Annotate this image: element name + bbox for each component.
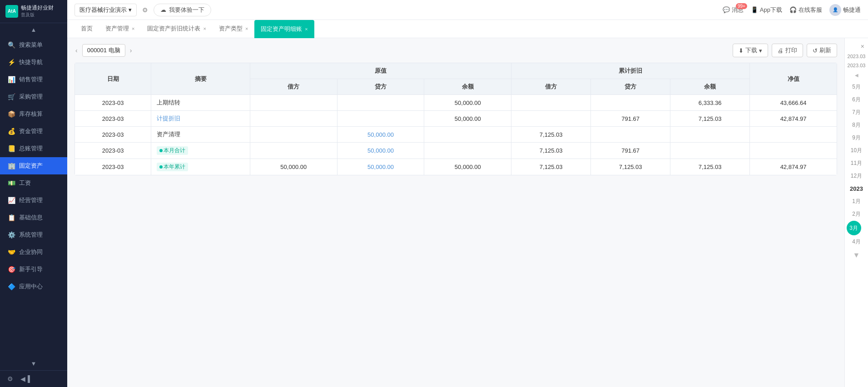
panel-month-3月[interactable]: 3月	[847, 221, 861, 235]
sidebar-bottom: ⚙ ◀▐	[0, 370, 67, 387]
sidebar-item-apps[interactable]: 🔷应用中心	[0, 278, 67, 295]
cell-accum-balance: 7,125.03	[670, 159, 750, 175]
download-btn[interactable]: 📱 App下载	[751, 6, 782, 14]
sidebar-item-basic-info[interactable]: 📋基础信息	[0, 209, 67, 226]
guide-icon: 🎯	[7, 266, 15, 273]
enterprise-icon: 🤝	[7, 248, 15, 256]
sidebar-item-ledger[interactable]: 📒总账管理	[0, 140, 67, 157]
panel-month-10月[interactable]: 10月	[847, 144, 867, 157]
tab-asset-mgmt[interactable]: 资产管理 ×	[99, 20, 141, 38]
cell-date: 2023-03	[75, 143, 151, 159]
cell-accum-credit	[591, 95, 670, 111]
sidebar-item-purchase[interactable]: 🛒采购管理	[0, 88, 67, 105]
service-label: 在线客服	[799, 6, 822, 14]
tab-home[interactable]: 首页	[74, 20, 99, 38]
tab-asset-mgmt-label: 资产管理	[105, 25, 129, 33]
tab-asset-types-close[interactable]: ×	[245, 26, 248, 31]
sidebar-item-operations[interactable]: 📈经营管理	[0, 192, 67, 209]
tab-asset-detail-close[interactable]: ×	[305, 26, 308, 32]
tab-asset-detail-label: 固定资产明细账	[261, 25, 302, 33]
settings-icon[interactable]: ⚙	[7, 375, 13, 382]
cell-net-value	[750, 143, 837, 159]
panel-month-4月[interactable]: 4月	[847, 236, 867, 248]
cell-accum-balance: 6,333.36	[670, 95, 750, 111]
settings-gear-icon[interactable]: ⚙	[142, 6, 148, 14]
sidebar-item-guide[interactable]: 🎯新手引导	[0, 261, 67, 278]
panel-month-11月[interactable]: 11月	[847, 157, 867, 169]
company-selector[interactable]: 医疗器械行业演示 ▾	[74, 4, 137, 16]
service-btn[interactable]: 🎧 在线客服	[789, 6, 822, 14]
cell-orig-credit: 50,000.00	[337, 143, 424, 159]
panel-month-6月[interactable]: 6月	[847, 94, 867, 106]
sidebar-item-label: 销售管理	[19, 75, 43, 84]
cell-summary: 计提折旧	[151, 111, 250, 127]
panel-year-label: 2023	[847, 183, 867, 194]
right-month-panel: × 2023.03 2023.03 ◀ 5月6月7月8月9月10月11月12月 …	[844, 38, 868, 387]
cell-orig-balance	[424, 127, 511, 143]
tab-depreciation-stats-label: 固定资产折旧统计表	[147, 25, 200, 33]
current-asset-label: 000001 电脑	[82, 44, 125, 57]
company-dropdown-icon: ▾	[129, 6, 132, 13]
refresh-btn[interactable]: ↺ 刷新	[807, 44, 837, 57]
sidebar-item-label: 工资	[19, 179, 31, 187]
download-chevron: ▾	[759, 47, 762, 54]
panel-month-5月[interactable]: 5月	[847, 81, 867, 93]
cell-accum-credit: 791.67	[591, 111, 670, 127]
panel-collapse-icon[interactable]: ◀	[852, 70, 861, 80]
sidebar-item-label: 搜索菜单	[19, 41, 43, 49]
experience-btn[interactable]: ☁ 我要体验一下	[154, 4, 211, 16]
cell-orig-debit	[250, 95, 337, 111]
table-row: 2023-03 资产清理 50,000.00 7,125.03	[75, 127, 837, 143]
search-icon: 🔍	[7, 41, 15, 49]
sidebar-item-enterprise[interactable]: 🤝企业协同	[0, 243, 67, 261]
tab-depreciation-stats-close[interactable]: ×	[203, 26, 206, 31]
cell-orig-balance: 50,000.00	[424, 95, 511, 111]
cell-net-value: 43,666.64	[750, 95, 837, 111]
tab-asset-detail[interactable]: 固定资产明细账 ×	[254, 20, 314, 38]
sidebar-item-finance[interactable]: 💰资金管理	[0, 123, 67, 140]
next-asset-btn[interactable]: ›	[129, 46, 133, 55]
panel-month-2月[interactable]: 2月	[847, 208, 867, 220]
sidebar-item-label: 库存核算	[19, 110, 43, 118]
cell-summary: 上期结转	[151, 95, 250, 111]
sidebar-scroll-up[interactable]: ▲	[31, 25, 37, 35]
apps-icon: 🔷	[7, 283, 15, 290]
sidebar-item-quick-nav[interactable]: ⚡快捷导航	[0, 54, 67, 71]
panel-down-arrow[interactable]: ▼	[847, 249, 867, 262]
print-btn[interactable]: 🖨 打印	[772, 44, 803, 57]
sidebar-item-inventory[interactable]: 📦库存核算	[0, 105, 67, 123]
sidebar-nav: 🔍搜索菜单⚡快捷导航📊销售管理🛒采购管理📦库存核算💰资金管理📒总账管理🏢固定资产…	[0, 36, 67, 357]
collapse-sidebar-icon[interactable]: ◀▐	[20, 375, 30, 382]
panel-month-8月[interactable]: 8月	[847, 119, 867, 131]
logo-icon: AtA	[5, 5, 18, 18]
sidebar-item-fixed-assets[interactable]: 🏢固定资产	[0, 157, 67, 174]
sidebar-item-salary[interactable]: 💵工资	[0, 174, 67, 192]
cell-accum-balance: 7,125.03	[670, 111, 750, 127]
messages-btn[interactable]: 💬 消息 99+	[723, 6, 744, 14]
download-btn[interactable]: ⬇ 下载 ▾	[733, 44, 768, 57]
panel-close-btn[interactable]: ×	[859, 41, 866, 52]
cell-orig-credit	[337, 111, 424, 127]
panel-month-9月[interactable]: 9月	[847, 132, 867, 144]
sidebar-item-system[interactable]: ⚙️系统管理	[0, 226, 67, 243]
user-btn[interactable]: 👤 畅捷通	[829, 4, 861, 16]
panel-month-1月[interactable]: 1月	[847, 195, 867, 208]
sidebar-scroll-down[interactable]: ▼	[31, 359, 37, 368]
tab-asset-mgmt-close[interactable]: ×	[132, 26, 134, 31]
experience-icon: ☁	[160, 6, 166, 13]
col-net-value: 净值	[750, 63, 837, 95]
refresh-label: 刷新	[819, 46, 831, 55]
asset-nav-actions: ⬇ 下载 ▾ 🖨 打印 ↺ 刷新	[733, 44, 837, 57]
tab-depreciation-stats[interactable]: 固定资产折旧统计表 ×	[141, 20, 212, 38]
cell-accum-debit: 7,125.03	[511, 159, 591, 175]
cell-summary: 本月合计	[151, 143, 250, 159]
operations-icon: 📈	[7, 197, 15, 204]
prev-asset-btn[interactable]: ‹	[74, 46, 79, 55]
content-main: ‹ 000001 电脑 › ⬇ 下载 ▾ 🖨 打印 ↺ 刷新	[67, 38, 844, 387]
sidebar-item-search[interactable]: 🔍搜索菜单	[0, 36, 67, 54]
tab-asset-types[interactable]: 资产类型 ×	[213, 20, 254, 38]
panel-month-12月[interactable]: 12月	[847, 170, 867, 182]
cell-accum-balance	[670, 143, 750, 159]
sidebar-item-sales[interactable]: 📊销售管理	[0, 71, 67, 88]
panel-month-7月[interactable]: 7月	[847, 106, 867, 119]
